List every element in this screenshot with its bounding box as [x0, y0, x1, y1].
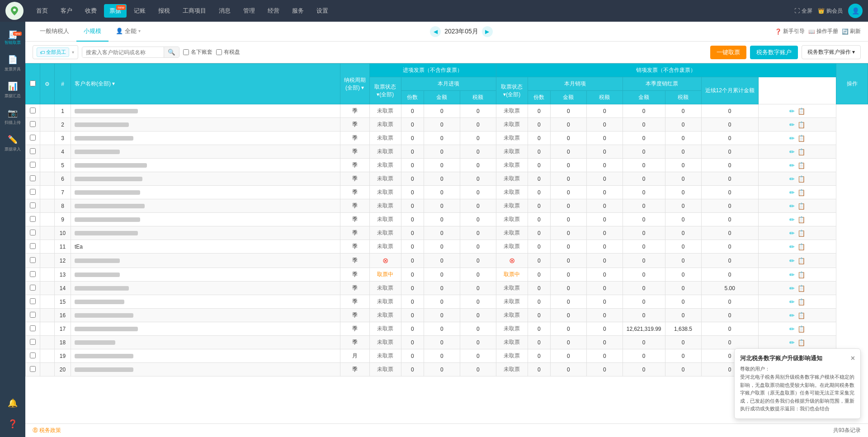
edit-icon[interactable]: ✏ [789, 325, 795, 333]
tab-small-scale[interactable]: 小规模 [76, 22, 108, 42]
row-checkbox[interactable] [26, 349, 40, 363]
edit-icon[interactable]: ✏ [789, 148, 795, 155]
row-checkbox[interactable] [26, 145, 40, 159]
edit-icon[interactable]: ✏ [789, 202, 795, 210]
vip-button[interactable]: 👑 购会员 [818, 7, 843, 15]
edit-icon[interactable]: ✏ [789, 216, 795, 223]
edit-icon[interactable]: ✏ [789, 339, 795, 346]
edit-icon[interactable]: ✏ [789, 312, 795, 319]
user-avatar[interactable]: 👤 [848, 4, 863, 18]
edit-icon[interactable]: ✏ [789, 257, 795, 264]
prev-month-button[interactable]: ◀ [430, 26, 441, 37]
search-button[interactable]: 🔍 [164, 47, 179, 57]
nav-fee[interactable]: 收费 [80, 4, 102, 18]
row-checkbox[interactable] [26, 322, 40, 336]
sidebar-item-scan-upload[interactable]: 📷 扫描上传 [0, 103, 25, 130]
row-checkbox[interactable] [26, 199, 40, 213]
nav-message[interactable]: 消息 [213, 4, 236, 18]
row-checkbox[interactable] [26, 254, 40, 268]
copy-icon[interactable]: 📋 [797, 230, 805, 237]
edit-icon[interactable]: ✏ [789, 230, 795, 237]
new-guide-link[interactable]: ❓ 新手引导 [775, 28, 805, 35]
th-in-status[interactable]: 取票状态▾(全部) [369, 77, 401, 104]
nav-invoice[interactable]: 票据 new [104, 4, 127, 18]
edit-icon[interactable]: ✏ [789, 298, 795, 305]
copy-icon[interactable]: 📋 [797, 189, 805, 196]
copy-icon[interactable]: 📋 [797, 271, 805, 278]
employee-filter[interactable]: 🏷 全部员工 ▾ [33, 45, 78, 59]
tax-digital-account-operate-button[interactable]: 税务数字账户操作 ▾ [802, 45, 861, 59]
nav-operation[interactable]: 经营 [262, 4, 285, 18]
select-all-checkbox[interactable] [30, 80, 36, 86]
edit-icon[interactable]: ✏ [789, 108, 795, 115]
nav-service[interactable]: 服务 [287, 4, 309, 18]
nav-customer[interactable]: 客户 [55, 4, 78, 18]
copy-icon[interactable]: 📋 [797, 243, 805, 250]
row-checkbox[interactable] [26, 309, 40, 322]
copy-icon[interactable]: 📋 [797, 121, 805, 128]
edit-icon[interactable]: ✏ [789, 135, 795, 142]
sidebar-item-help[interactable]: ❓ [6, 414, 19, 433]
edit-icon[interactable]: ✏ [789, 271, 795, 278]
row-checkbox[interactable] [26, 363, 40, 376]
copy-icon[interactable]: 📋 [797, 216, 805, 223]
row-checkbox[interactable] [26, 213, 40, 226]
copy-icon[interactable]: 📋 [797, 202, 805, 210]
next-month-button[interactable]: ▶ [482, 26, 493, 37]
row-checkbox[interactable] [26, 159, 40, 172]
tax-policy-link[interactable]: ⑧ 税务政策 [33, 427, 61, 434]
row-checkbox[interactable] [26, 132, 40, 145]
nav-business[interactable]: 工商项目 [177, 4, 212, 18]
edit-icon[interactable]: ✏ [789, 285, 795, 292]
row-checkbox[interactable] [26, 186, 40, 199]
edit-icon[interactable]: ✏ [789, 189, 795, 196]
tax-disk-checkbox[interactable] [216, 49, 222, 55]
copy-icon[interactable]: 📋 [797, 257, 805, 264]
sidebar-item-open-invoice[interactable]: 📄 发票开具 [0, 50, 25, 77]
th-period[interactable]: 纳税周期(全部) ▾ [340, 64, 369, 104]
row-checkbox[interactable] [26, 336, 40, 349]
copy-icon[interactable]: 📋 [797, 298, 805, 305]
copy-icon[interactable]: 📋 [797, 175, 805, 183]
tax-digital-account-button[interactable]: 税务数字账户 [750, 46, 798, 59]
row-checkbox[interactable] [26, 104, 40, 118]
copy-icon[interactable]: 📋 [797, 325, 805, 333]
row-checkbox[interactable] [26, 118, 40, 132]
row-checkbox[interactable] [26, 172, 40, 186]
row-checkbox[interactable] [26, 268, 40, 282]
one-click-get-button[interactable]: 一键取票 [710, 46, 746, 59]
sidebar-item-notification[interactable]: 🔔 [6, 394, 19, 413]
copy-icon[interactable]: 📋 [797, 312, 805, 319]
nav-settings[interactable]: 设置 [311, 4, 334, 18]
copy-icon[interactable]: 📋 [797, 162, 805, 169]
copy-icon[interactable]: 📋 [797, 339, 805, 346]
manual-link[interactable]: 📖 操作手册 [808, 28, 838, 35]
row-checkbox[interactable] [26, 226, 40, 240]
nav-manage[interactable]: 管理 [238, 4, 260, 18]
sidebar-item-smart-invoice[interactable]: 🧾 智能取票 new [0, 25, 25, 50]
search-input[interactable] [82, 47, 164, 57]
th-out-status[interactable]: 取票状态▾(全部) [496, 77, 528, 104]
refresh-link[interactable]: 🔄 刷新 [842, 28, 861, 35]
row-checkbox[interactable] [26, 240, 40, 254]
copy-icon[interactable]: 📋 [797, 148, 805, 155]
edit-icon[interactable]: ✏ [789, 175, 795, 183]
copy-icon[interactable]: 📋 [797, 108, 805, 115]
tax-disk-filter[interactable]: 有税盘 [216, 48, 240, 56]
tab-general-taxpayer[interactable]: 一般纳税人 [33, 22, 76, 42]
popup-close-button[interactable]: × [851, 354, 855, 362]
tab-all[interactable]: 👤 全能 ▾ [108, 22, 148, 42]
sidebar-item-summary[interactable]: 📊 票据汇总 [0, 77, 25, 103]
row-checkbox[interactable] [26, 295, 40, 309]
nav-tax[interactable]: 报税 [153, 4, 175, 18]
account-filter[interactable]: 名下账套 [183, 48, 212, 56]
edit-icon[interactable]: ✏ [789, 121, 795, 128]
th-name[interactable]: 客户名称(全部) ▾ [71, 64, 340, 104]
sidebar-item-invoice-entry[interactable]: ✏️ 票据录入 [0, 130, 25, 157]
row-checkbox[interactable] [26, 282, 40, 295]
nav-home[interactable]: 首页 [31, 4, 53, 18]
account-checkbox[interactable] [183, 49, 189, 55]
nav-accounting[interactable]: 记账 [128, 4, 151, 18]
copy-icon[interactable]: 📋 [797, 135, 805, 142]
edit-icon[interactable]: ✏ [789, 162, 795, 169]
